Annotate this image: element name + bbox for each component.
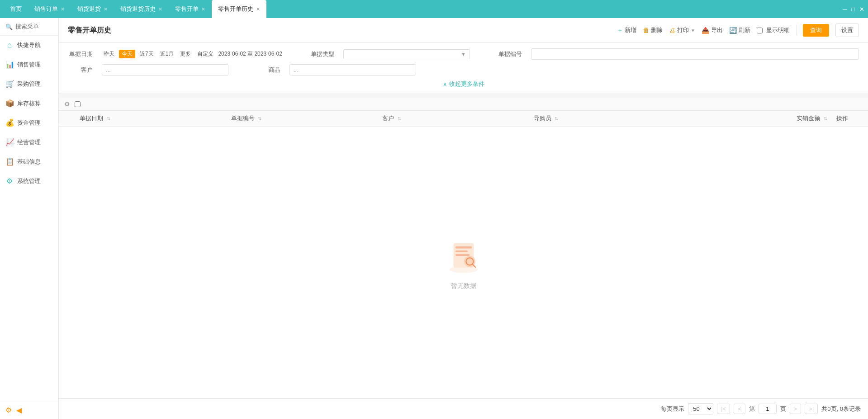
- tab-home-label: 首页: [10, 5, 22, 13]
- th-amount-label: 实销金额: [797, 115, 820, 122]
- date-opt-today[interactable]: 今天: [119, 50, 135, 58]
- minimize-button[interactable]: ─: [843, 6, 847, 13]
- page-number-input[interactable]: [759, 404, 777, 414]
- th-amount-sort-icon[interactable]: ⇅: [824, 116, 827, 121]
- search-icon: 🔍: [5, 24, 13, 30]
- date-opt-yesterday[interactable]: 昨天: [102, 50, 116, 58]
- tab-sales-return-history-close[interactable]: ✕: [158, 6, 162, 12]
- sidebar-search[interactable]: 🔍 搜索采单: [0, 18, 58, 36]
- tab-retail-history-close[interactable]: ✕: [256, 6, 260, 12]
- last-page-button[interactable]: >|: [805, 404, 818, 414]
- bill-type-arrow-icon: ▼: [461, 52, 466, 57]
- page-word: 页: [780, 405, 786, 413]
- prev-page-button[interactable]: <: [734, 404, 745, 414]
- sidebar-item-quick-nav[interactable]: ⌂ 快捷导航: [0, 36, 58, 55]
- refresh-icon: 🔄: [729, 27, 737, 34]
- date-opt-last-month[interactable]: 近1月: [158, 50, 176, 58]
- th-guide: 导购员 ⇅: [529, 111, 681, 127]
- add-label: 新增: [625, 26, 636, 34]
- bill-type-select[interactable]: ▼: [343, 49, 470, 59]
- svg-rect-4: [455, 254, 470, 256]
- print-icon: 🖨: [669, 27, 675, 34]
- purchase-icon: 🛒: [5, 80, 14, 88]
- system-icon: ⚙: [5, 177, 14, 185]
- tab-retail-history[interactable]: 零售开单历史 ✕: [212, 0, 266, 18]
- th-customer-sort-icon[interactable]: ⇅: [398, 116, 401, 121]
- tab-sales-return[interactable]: 销货退货 ✕: [71, 0, 114, 18]
- tab-sales-return-history-label: 销货退货历史: [120, 5, 156, 13]
- collapse-up-icon: ∧: [443, 81, 447, 88]
- th-date-sort-icon[interactable]: ⇅: [107, 116, 110, 121]
- per-page-select[interactable]: 10 20 50 100: [688, 403, 713, 414]
- print-button[interactable]: 🖨 打印 ▼: [669, 26, 695, 34]
- date-opt-more[interactable]: 更多: [178, 50, 193, 58]
- table-settings-icon[interactable]: ⚙: [64, 100, 70, 108]
- filter-row-2: 客户 ... 商品 ...: [68, 64, 859, 75]
- tab-retail-open[interactable]: 零售开单 ✕: [169, 0, 212, 18]
- settings-button[interactable]: 设置: [835, 24, 859, 37]
- bill-number-input[interactable]: [531, 48, 859, 60]
- tab-sales-return-history[interactable]: 销货退货历史 ✕: [114, 0, 169, 18]
- sidebar-item-inventory[interactable]: 📦 库存核算: [0, 94, 58, 113]
- refresh-button[interactable]: 🔄 刷新: [729, 26, 750, 34]
- sidebar-item-label: 销售管理: [17, 61, 41, 69]
- sidebar-item-basic-info[interactable]: 📋 基础信息: [0, 152, 58, 171]
- export-button[interactable]: 📤 导出: [702, 26, 723, 34]
- customer-label: 客户: [68, 66, 93, 74]
- total-info: 共0页, 0条记录: [821, 405, 861, 413]
- table-header-row: 单据日期 ⇅ 单据编号 ⇅ 客户 ⇅: [59, 111, 868, 127]
- first-page-button[interactable]: |<: [717, 404, 730, 414]
- maximize-button[interactable]: □: [851, 6, 855, 13]
- tab-sales-order-close[interactable]: ✕: [61, 6, 65, 12]
- collapse-label: 收起更多条件: [449, 80, 484, 88]
- bill-type-label: 单据类型: [309, 50, 334, 58]
- display-detail-checkbox[interactable]: [757, 28, 763, 33]
- tab-retail-open-close[interactable]: ✕: [201, 6, 205, 12]
- th-date: 单据日期 ⇅: [75, 111, 227, 127]
- date-options: 昨天 今天 近7天 近1月 更多 自定义 2023-06-02 至 2023-0…: [102, 50, 282, 58]
- display-detail-label: 显示明细: [766, 26, 790, 34]
- bill-number-label: 单据编号: [497, 50, 522, 58]
- sidebar-item-label: 采购管理: [17, 80, 41, 88]
- select-all-checkbox[interactable]: [75, 101, 81, 107]
- export-label: 导出: [711, 26, 723, 34]
- sidebar-item-sales-mgmt[interactable]: 📊 销售管理: [0, 55, 58, 74]
- date-label: 单据日期: [68, 50, 93, 58]
- query-button[interactable]: 查询: [803, 24, 829, 37]
- tab-sales-order[interactable]: 销售订单 ✕: [28, 0, 71, 18]
- basic-info-icon: 📋: [5, 157, 14, 166]
- display-detail-btn[interactable]: 显示明细: [757, 26, 790, 34]
- th-number-sort-icon[interactable]: ⇅: [258, 116, 261, 121]
- close-button[interactable]: ✕: [859, 6, 864, 13]
- sidebar-item-finance[interactable]: 💰 资金管理: [0, 113, 58, 132]
- main-layout: 🔍 搜索采单 ⌂ 快捷导航 📊 销售管理 🛒 采购管理 📦 库存核算 💰 资金管…: [0, 18, 868, 419]
- collapse-button[interactable]: ∧ 收起更多条件: [443, 80, 484, 88]
- sidebar-item-operations[interactable]: 📈 经营管理: [0, 132, 58, 152]
- export-icon: 📤: [702, 27, 709, 34]
- page-title: 零售开单历史: [68, 26, 111, 35]
- sidebar-collapse-btn[interactable]: ◀: [16, 406, 22, 414]
- next-page-button[interactable]: >: [790, 404, 802, 414]
- home-icon: ⌂: [5, 41, 14, 49]
- date-opt-last7[interactable]: 近7天: [138, 50, 156, 58]
- per-page-label: 每页显示: [661, 405, 684, 413]
- th-action-label: 操作: [836, 115, 848, 122]
- content-area: 零售开单历史 ＋ 新增 🗑 删除 🖨 打印 ▼ 📤 导出: [59, 18, 868, 419]
- empty-state: 暂无数据: [59, 127, 868, 398]
- tab-sales-return-close[interactable]: ✕: [104, 6, 108, 12]
- table-head: 单据日期 ⇅ 单据编号 ⇅ 客户 ⇅: [59, 111, 868, 127]
- th-guide-sort-icon[interactable]: ⇅: [555, 116, 558, 121]
- th-guide-label: 导购员: [534, 115, 551, 122]
- sidebar-settings-btn[interactable]: ⚙: [5, 406, 12, 414]
- th-number: 单据编号 ⇅: [227, 111, 378, 127]
- product-placeholder: ...: [294, 66, 412, 73]
- sidebar-item-purchase-mgmt[interactable]: 🛒 采购管理: [0, 74, 58, 94]
- tab-home[interactable]: 首页: [4, 0, 28, 18]
- sales-icon: 📊: [5, 60, 14, 69]
- customer-input[interactable]: ...: [102, 64, 228, 75]
- delete-button[interactable]: 🗑 删除: [643, 26, 663, 34]
- add-button[interactable]: ＋ 新增: [617, 26, 636, 34]
- date-opt-custom[interactable]: 自定义: [195, 50, 215, 58]
- product-input[interactable]: ...: [289, 64, 416, 75]
- sidebar-item-system[interactable]: ⚙ 系统管理: [0, 171, 58, 191]
